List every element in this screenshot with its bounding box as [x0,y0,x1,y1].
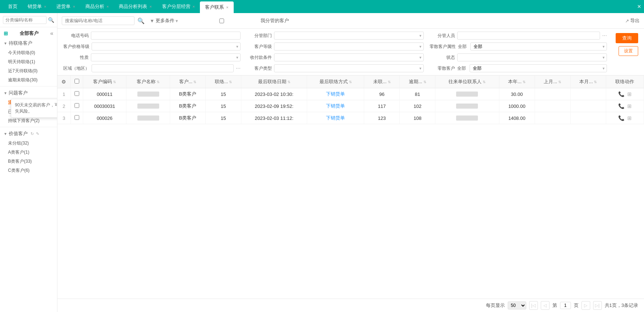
nature-select[interactable] [91,53,241,61]
cell-last-method[interactable]: 下销货单 [307,88,364,100]
th-checkbox[interactable] [71,76,83,88]
sidebar-item-class-b[interactable]: B类客户(33) [0,157,57,166]
last-method-link[interactable]: 下销货单 [326,91,345,97]
contact-action-icon[interactable]: 📞 [618,91,624,97]
contact-action-icon[interactable]: 📞 [618,115,624,121]
person-input[interactable] [457,32,600,40]
cell-checkbox[interactable] [71,100,83,112]
th-code[interactable]: 客户编码⇅ [83,76,126,88]
row-checkbox-1[interactable] [75,103,79,108]
phone-label: 电话号码 [63,33,89,39]
retail-select[interactable]: 全部 [470,64,607,72]
region-dots-btn[interactable]: ··· [236,65,241,72]
sidebar-item-class-c[interactable]: C类客户(6) [0,166,57,175]
group-problem-customers[interactable]: ▼ 问题客户 [0,88,57,98]
th-not-contacted[interactable]: 未联...⇅ [364,76,400,88]
nav-tab-home[interactable]: 首页 [3,0,23,13]
sidebar-item-overdue-contact[interactable]: 逾期未联络(30) [0,76,57,85]
price-grade-select[interactable] [92,42,241,50]
th-name[interactable]: 客户名称⇅ [126,76,170,88]
query-button[interactable]: 查询 [616,33,638,43]
close-purchase-tab[interactable]: × [73,0,75,13]
th-overdue[interactable]: 逾期...⇅ [400,76,435,88]
cell-checkbox[interactable] [71,88,83,100]
cell-checkbox[interactable] [71,112,83,124]
nav-tab-sales[interactable]: 销货单 × [23,0,51,13]
cell-last-method[interactable]: 下销货单 [307,100,364,112]
cell-action: 📞 ⊞ [606,100,644,112]
nav-tab-customer-tier[interactable]: 客户分层经营 × [157,0,200,13]
search-input[interactable] [62,16,134,25]
close-analysis-list-tab[interactable]: × [149,0,152,13]
sidebar-item-7days[interactable]: 近7天待联络(0) [0,66,57,76]
close-all-btn[interactable]: × [637,0,641,13]
cell-action: 📞 ⊞ [606,112,644,124]
my-customers-checkbox[interactable]: 我分管的客户 [183,16,291,25]
th-settings[interactable]: ⚙ [57,76,71,88]
next-page-btn[interactable]: ▷ [581,301,590,310]
row-checkbox-2[interactable] [75,115,79,120]
sidebar-item-unclassified[interactable]: 未分组(32) [0,139,57,148]
sidebar-item-tomorrow[interactable]: 明天待联络(1) [0,57,57,66]
close-analysis-tab[interactable]: × [106,0,109,13]
th-type[interactable]: 客户...⇅ [170,76,205,88]
region-input[interactable] [92,64,234,72]
th-contact[interactable]: 联络...⇅ [205,76,241,88]
close-customer-tier-tab[interactable]: × [193,0,195,13]
sidebar-item-today[interactable]: 今天待联络(0) [0,48,57,57]
more-action-icon[interactable]: ⊞ [627,91,632,97]
more-action-icon[interactable]: ⊞ [627,115,632,121]
sidebar-item-class-a[interactable]: A类客户(1) [0,148,57,157]
row-checkbox-0[interactable] [75,91,79,96]
select-all-checkbox[interactable] [75,79,79,84]
nav-tab-customer-contact[interactable]: 客户联系 × [200,1,233,13]
close-sales-tab[interactable]: × [44,0,46,13]
refresh-icon[interactable]: ↻ [31,131,34,136]
th-last-method[interactable]: 最后联络方式⇅ [307,76,364,88]
page-number-input[interactable] [560,302,571,309]
settings-icon[interactable]: ⚙ [61,79,66,85]
sidebar-collapse-btn[interactable]: « [50,30,53,37]
nav-tab-analysis-list[interactable]: 商品分析列表 × [114,0,157,13]
more-action-icon[interactable]: ⊞ [627,103,632,109]
sidebar-search-area: 🔍 [0,13,57,27]
customer-type-select[interactable] [274,64,424,72]
sidebar-search-icon[interactable]: 🔍 [48,17,54,23]
th-this-month[interactable]: 本月...⇅ [570,76,606,88]
retail-attr-select[interactable]: 全部 [470,42,607,50]
contact-action-icon[interactable]: 📞 [618,103,624,109]
group-value-customers[interactable]: ▼ 价值客户 ↻ ✎ [0,129,57,139]
prev-page-btn[interactable]: ◁ [541,301,550,310]
export-btn[interactable]: ↗ 导出 [625,17,640,24]
th-last-date[interactable]: 最后联络日期⇅ [241,76,307,88]
th-this-year[interactable]: 本年...⇅ [499,76,535,88]
first-page-btn[interactable]: |◁ [529,301,538,310]
last-method-link[interactable]: 下销货单 [326,115,345,121]
sidebar-search-input[interactable] [3,16,47,24]
search-btn[interactable]: 🔍 [137,17,145,24]
my-customers-check[interactable] [185,19,258,23]
page-size-select[interactable]: 50 100 200 [508,301,526,309]
customer-grade-select[interactable] [274,42,424,50]
nav-tab-purchase[interactable]: 进货单 × [51,0,80,13]
sort-contact-icon: ⇅ [229,80,232,84]
dept-select[interactable] [274,32,424,40]
last-page-btn[interactable]: ▷| [593,301,602,310]
more-conditions-btn[interactable]: ▼ 更多条件 ▾ [148,16,180,25]
payment-select[interactable] [274,53,424,61]
nav-tab-analysis[interactable]: 商品分析 × [80,0,114,13]
status-select[interactable] [457,53,607,61]
group-pending-contact[interactable]: ▼ 待联络客户 [0,38,57,48]
last-method-link[interactable]: 下销货单 [326,103,345,109]
th-last-month[interactable]: 上月...⇅ [535,76,570,88]
setting-button[interactable]: 设置 [619,46,638,56]
close-customer-contact-tab[interactable]: × [226,1,228,13]
cell-not-contacted: 117 [364,100,400,112]
cell-last-method[interactable]: 下销货单 [307,112,364,124]
filter-dept: 分管部门 [246,32,424,40]
edit-icon[interactable]: ✎ [36,131,39,136]
phone-input[interactable] [91,32,241,40]
person-dots-btn[interactable]: ··· [602,32,607,39]
th-contact-person[interactable]: 往来单位联系人⇅ [435,76,499,88]
sort-not-contacted-icon: ⇅ [388,80,391,84]
